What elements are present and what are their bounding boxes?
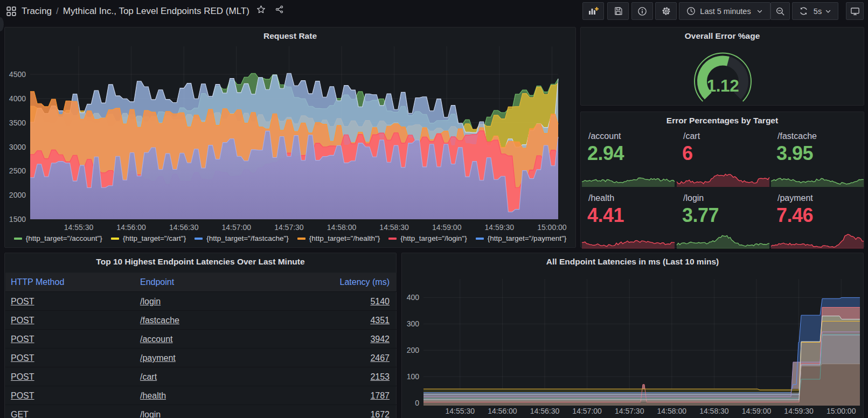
svg-text:14:59:30: 14:59:30 [485, 223, 515, 232]
svg-text:14:57:30: 14:57:30 [615, 407, 644, 415]
svg-text:4000: 4000 [9, 94, 26, 103]
svg-text:100: 100 [407, 372, 420, 381]
svg-text:2500: 2500 [9, 166, 26, 175]
svg-text:1.12: 1.12 [707, 76, 739, 95]
svg-text:15:00:00: 15:00:00 [537, 223, 567, 232]
svg-text:14:55:30: 14:55:30 [64, 223, 94, 232]
svg-text:14:59:30: 14:59:30 [784, 407, 814, 415]
svg-text:14:56:00: 14:56:00 [116, 223, 146, 232]
svg-text:300: 300 [407, 319, 420, 328]
svg-text:15:00:00: 15:00:00 [827, 407, 856, 415]
svg-text:1500: 1500 [9, 215, 26, 224]
svg-text:14:59:00: 14:59:00 [432, 223, 462, 232]
svg-text:14:58:30: 14:58:30 [699, 407, 729, 415]
svg-text:14:57:30: 14:57:30 [274, 223, 304, 232]
svg-text:14:57:00: 14:57:00 [572, 407, 602, 415]
svg-text:400: 400 [407, 293, 420, 302]
svg-text:3500: 3500 [9, 119, 26, 127]
svg-text:4500: 4500 [9, 70, 26, 79]
svg-text:3000: 3000 [9, 143, 26, 151]
svg-text:14:56:00: 14:56:00 [488, 407, 517, 415]
svg-text:0: 0 [415, 399, 419, 407]
svg-text:14:57:00: 14:57:00 [222, 223, 252, 232]
svg-text:14:58:00: 14:58:00 [657, 407, 687, 415]
svg-text:200: 200 [407, 346, 420, 354]
svg-text:14:58:00: 14:58:00 [327, 223, 357, 232]
svg-text:2000: 2000 [9, 191, 26, 199]
svg-text:14:58:30: 14:58:30 [379, 223, 409, 232]
svg-text:14:55:30: 14:55:30 [446, 407, 475, 415]
svg-text:14:56:30: 14:56:30 [530, 407, 560, 415]
svg-text:14:59:00: 14:59:00 [742, 407, 772, 415]
svg-text:14:56:30: 14:56:30 [169, 223, 199, 232]
